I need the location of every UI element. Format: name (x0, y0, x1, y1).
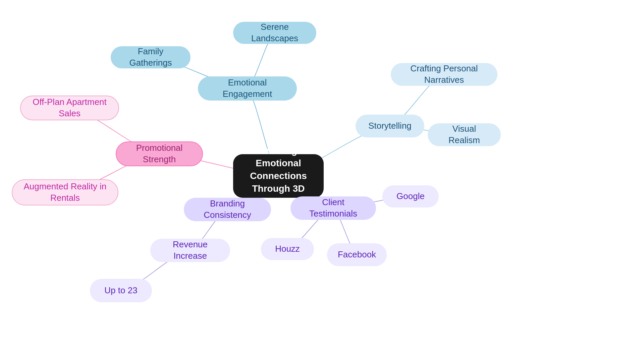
branding-consistency-node[interactable]: Branding Consistency (184, 198, 271, 221)
branding-consistency-label: Branding Consistency (193, 198, 262, 221)
serene-landscapes-node[interactable]: Serene Landscapes (233, 22, 316, 44)
family-gatherings-label: Family Gatherings (120, 46, 181, 69)
visual-realism-label: Visual Realism (437, 123, 491, 146)
client-testimonials-label: Client Testimonials (300, 197, 367, 220)
up-to-23-node[interactable]: Up to 23 (90, 279, 152, 302)
storytelling-label: Storytelling (368, 120, 412, 132)
revenue-increase-label: Revenue Increase (160, 239, 221, 262)
visual-realism-node[interactable]: Visual Realism (428, 123, 501, 146)
emotional-engagement-node[interactable]: Emotional Engagement (198, 76, 297, 101)
off-plan-label: Off-Plan Apartment Sales (30, 97, 109, 119)
off-plan-node[interactable]: Off-Plan Apartment Sales (20, 96, 119, 120)
crafting-node[interactable]: Crafting Personal Narratives (391, 63, 497, 86)
center-node[interactable]: Building Emotional Connections Through 3… (233, 154, 324, 198)
serene-landscapes-label: Serene Landscapes (243, 21, 307, 44)
revenue-increase-node[interactable]: Revenue Increase (150, 239, 230, 262)
promotional-strength-label: Promotional Strength (126, 142, 193, 165)
google-node[interactable]: Google (382, 185, 439, 207)
promotional-strength-node[interactable]: Promotional Strength (116, 141, 203, 166)
houzz-node[interactable]: Houzz (261, 238, 314, 260)
augmented-reality-label: Augmented Reality in Rentals (22, 181, 108, 204)
houzz-label: Houzz (275, 243, 300, 255)
storytelling-node[interactable]: Storytelling (356, 115, 424, 137)
google-label: Google (396, 191, 425, 202)
facebook-label: Facebook (338, 249, 376, 260)
emotional-engagement-label: Emotional Engagement (207, 77, 287, 100)
facebook-node[interactable]: Facebook (327, 243, 387, 266)
client-testimonials-node[interactable]: Client Testimonials (290, 196, 376, 220)
crafting-label: Crafting Personal Narratives (400, 63, 488, 86)
up-to-23-label: Up to 23 (104, 285, 137, 296)
family-gatherings-node[interactable]: Family Gatherings (111, 46, 191, 68)
augmented-reality-node[interactable]: Augmented Reality in Rentals (12, 179, 118, 205)
